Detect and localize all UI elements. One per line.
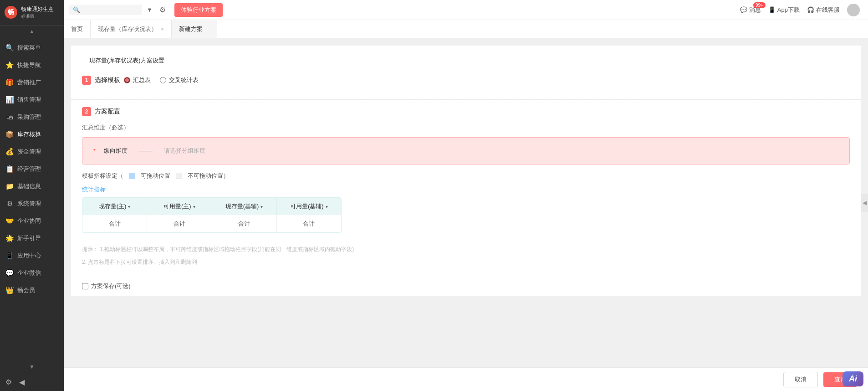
topbar-gear-icon[interactable]: ⚙: [156, 4, 169, 16]
tab-new-scheme[interactable]: 新建方案 ×: [172, 20, 217, 38]
footer-settings-icon[interactable]: ⚙: [5, 378, 12, 386]
main-area: 🔍 ▼ ⚙ 体验行业方案 💬 消息 99+ 📱 App下载 🎧 在线客服: [64, 0, 868, 391]
cancel-button[interactable]: 取消: [783, 372, 818, 387]
tips-area: 提示： 1.拖动标题栏可以调整布局，不可跨维度或指标区域拖动栏目字段(只能在同一…: [82, 244, 850, 268]
app-label: App下载: [777, 6, 800, 14]
stats-col-2[interactable]: 现存量(基辅) ▾: [212, 198, 277, 215]
user-avatar-area[interactable]: [847, 4, 863, 16]
radio-summary-input[interactable]: [124, 77, 130, 83]
unmovable-label: 不可拖动位置）: [188, 172, 229, 180]
online-service-button[interactable]: 🎧 在线客服: [807, 6, 840, 14]
trial-industry-button[interactable]: 体验行业方案: [174, 3, 223, 17]
message-icon: 💬: [740, 6, 747, 13]
sidebar-item-quick-nav[interactable]: ⭐ 快捷导航: [0, 57, 64, 74]
radio-cross-input[interactable]: [160, 77, 166, 83]
member-icon: 👑: [5, 286, 14, 294]
system-icon: ⚙: [5, 200, 14, 208]
sidebar-logo: 畅 畅康通好生意 标准版: [0, 0, 64, 26]
sidebar-item-label: 资金管理: [17, 148, 41, 156]
required-star: *: [93, 148, 96, 154]
sidebar-item-purchase[interactable]: 🛍 采购管理: [0, 108, 64, 126]
template-radio-group: 汇总表 交叉统计表: [124, 76, 199, 84]
tab-home[interactable]: 首页: [64, 20, 91, 38]
section2-title: 方案配置: [95, 108, 120, 116]
dimension-selection-area[interactable]: * 纵向维度 —— 请选择分组维度: [82, 137, 850, 165]
message-badge: 99+: [753, 2, 766, 8]
stats-col-0[interactable]: 现存量(主) ▾: [82, 198, 147, 215]
stats-col-2-label: 现存量(基辅): [225, 202, 259, 211]
save-label: 方案保存(可选): [91, 282, 131, 290]
cooperation-icon: 🤝: [5, 217, 14, 225]
sidebar-item-operations[interactable]: 📋 经营管理: [0, 160, 64, 178]
sidebar-item-marketing[interactable]: 🎁 营销推广: [0, 74, 64, 91]
sidebar-item-basic-info[interactable]: 📁 基础信息: [0, 178, 64, 195]
indicator-setting-row: 模板指标设定（ 可拖动位置 不可拖动位置）: [82, 172, 850, 180]
right-collapse-button[interactable]: ◀: [861, 194, 868, 212]
stats-table: 现存量(主) ▾ 可用量(主) ▾ 现存量(基辅) ▾ 可用量(基辅) ▾: [82, 197, 342, 233]
footer-bar: 取消 查询: [64, 367, 868, 391]
stats-col-3-chevron[interactable]: ▾: [326, 204, 328, 209]
logo-icon: 畅: [5, 6, 17, 19]
basic-info-icon: 📁: [5, 182, 14, 190]
ai-badge[interactable]: Ai: [842, 371, 863, 386]
user-avatar: [847, 4, 860, 16]
sidebar-item-label: 新手引导: [17, 234, 41, 242]
vertical-dimension-label: 纵向维度: [104, 147, 128, 155]
search-input[interactable]: [82, 7, 138, 13]
sidebar-item-inventory[interactable]: 📦 库存核算: [0, 126, 64, 143]
sidebar-item-label: 系统管理: [17, 200, 41, 208]
sidebar-item-cooperation[interactable]: 🤝 企业协同: [0, 212, 64, 230]
sidebar-scroll-up[interactable]: ▲: [0, 26, 64, 37]
stats-col-1[interactable]: 可用量(主) ▾: [147, 198, 212, 215]
scroll-up-arrow[interactable]: ▲: [28, 27, 36, 36]
save-checkbox-input[interactable]: [82, 283, 88, 289]
sidebar-item-label: 库存核算: [17, 130, 41, 139]
dimension-dash: ——: [138, 147, 153, 155]
tip-2: 2. 点击标题栏下拉可设置排序、插入列和删除列: [82, 257, 850, 268]
topbar: 🔍 ▼ ⚙ 体验行业方案 💬 消息 99+ 📱 App下载 🎧 在线客服: [64, 0, 868, 20]
sidebar-item-label: 畅会员: [17, 286, 35, 294]
sidebar-item-label: 企业微信: [17, 269, 41, 277]
stats-table-body: 合计 合计 合计 合计: [82, 215, 341, 232]
logo-text: 畅康通好生意 标准版: [21, 5, 54, 20]
logo-version: 标准版: [21, 13, 54, 20]
stats-col-1-label: 可用量(主): [163, 202, 191, 211]
radio-summary-label: 汇总表: [133, 76, 151, 84]
sidebar-item-system[interactable]: ⚙ 系统管理: [0, 195, 64, 212]
inventory-icon: 📦: [5, 130, 14, 139]
sidebar-item-app-center[interactable]: 📱 应用中心: [0, 247, 64, 264]
stats-col-1-chevron[interactable]: ▾: [193, 204, 195, 209]
sidebar-scroll-down[interactable]: ▼: [0, 361, 64, 373]
sidebar-item-enterprise-wechat[interactable]: 💬 企业微信: [0, 264, 64, 282]
app-center-icon: 📱: [5, 252, 14, 260]
step2-badge: 2: [82, 107, 91, 116]
search-box[interactable]: 🔍: [69, 5, 142, 15]
search-menu-icon: 🔍: [5, 44, 14, 52]
footer-collapse-icon[interactable]: ◀: [19, 378, 25, 386]
radio-cross[interactable]: 交叉统计表: [160, 76, 199, 84]
stats-col-3[interactable]: 可用量(基辅) ▾: [277, 198, 341, 215]
tab-inventory-close-icon[interactable]: ×: [161, 26, 164, 32]
topbar-dropdown-icon[interactable]: ▼: [147, 6, 153, 13]
right-collapse-icon: ◀: [863, 200, 867, 206]
stats-col-0-chevron[interactable]: ▾: [128, 204, 130, 209]
marketing-icon: 🎁: [5, 78, 14, 87]
stats-col-2-chevron[interactable]: ▾: [260, 204, 263, 209]
sidebar-item-member[interactable]: 👑 畅会员: [0, 282, 64, 299]
topbar-right: 💬 消息 99+ 📱 App下载 🎧 在线客服: [740, 4, 863, 16]
sidebar-item-search-menu[interactable]: 🔍 搜索菜单: [0, 39, 64, 57]
tab-inventory-status[interactable]: 现存量（库存状况表） ×: [91, 20, 172, 38]
save-checkbox-label[interactable]: 方案保存(可选): [82, 282, 131, 290]
sidebar-item-new-guide[interactable]: 🌟 新手引导: [0, 230, 64, 247]
tab-bar: 首页 现存量（库存状况表） × 新建方案 ×: [64, 20, 868, 38]
sidebar-item-sales[interactable]: 📊 销售管理: [0, 91, 64, 108]
message-button[interactable]: 💬 消息 99+: [740, 6, 761, 14]
tab-new-close-icon[interactable]: ×: [206, 26, 209, 32]
tab-home-label: 首页: [71, 25, 83, 33]
radio-summary[interactable]: 汇总表: [124, 76, 151, 84]
unmovable-dot-icon: [176, 173, 182, 179]
app-download-button[interactable]: 📱 App下载: [768, 6, 800, 14]
scroll-down-arrow[interactable]: ▼: [28, 363, 36, 371]
dimension-required-label: 汇总维度（必选）: [82, 123, 850, 132]
sidebar-item-finance[interactable]: 💰 资金管理: [0, 143, 64, 160]
